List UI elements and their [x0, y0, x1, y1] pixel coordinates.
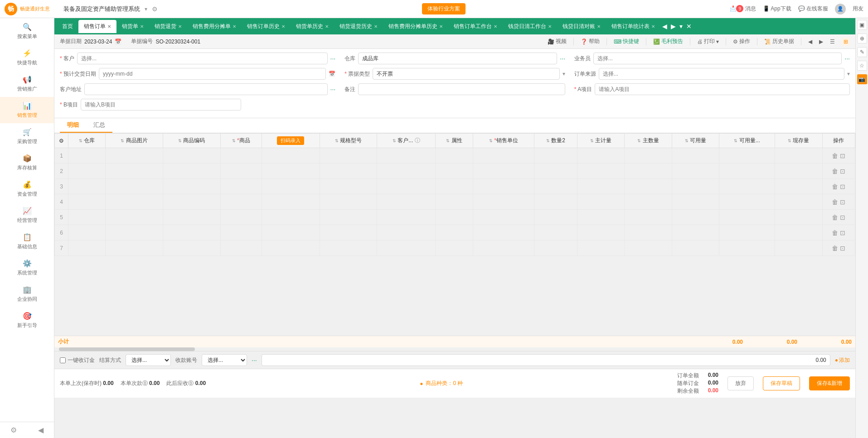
right-panel-icon-3[interactable]: ✎ — [857, 47, 867, 57]
row-1-product-code[interactable] — [163, 148, 220, 164]
row-7-stock[interactable] — [775, 241, 822, 256]
tab-sales-return-history[interactable]: 销货单历史 ✕ — [291, 20, 334, 33]
calendar-icon[interactable]: 📅 — [115, 39, 121, 45]
horizontal-scrollbar[interactable] — [54, 347, 855, 351]
tab-sales-return-history-close[interactable]: ✕ — [325, 24, 329, 29]
tab-prev-icon[interactable]: ◀ — [660, 23, 669, 30]
save-new-button[interactable]: 保存&新增 — [809, 376, 850, 390]
row-5-product-image[interactable] — [106, 210, 163, 225]
tab-sales-return[interactable]: 销货单 ✕ — [116, 20, 149, 33]
row-7-main-qty[interactable] — [625, 241, 672, 256]
row-1-main-unit[interactable] — [577, 148, 624, 164]
tab-sales-order-history[interactable]: 销售订单历史 ✕ — [242, 20, 291, 33]
row-5-main-unit[interactable] — [577, 210, 624, 225]
row-5-customer-code[interactable] — [377, 210, 436, 225]
row-4-main-qty[interactable] — [625, 194, 672, 210]
row-2-available[interactable] — [672, 164, 719, 179]
product-code-sort[interactable]: ⇅ — [178, 139, 182, 143]
tab-cash-daily-workbench[interactable]: 钱贷日清工作台 ✕ — [503, 20, 557, 33]
row-6-stock[interactable] — [775, 225, 822, 241]
row-4-stock[interactable] — [775, 194, 822, 210]
row-2-attributes[interactable] — [436, 164, 473, 179]
main-qty-sort[interactable]: ⇅ — [637, 139, 641, 143]
row-5-quantity2[interactable] — [534, 210, 577, 225]
salesperson-dots[interactable]: ··· — [844, 55, 850, 62]
toolbar-history[interactable]: 📜 历史单据 — [764, 38, 794, 45]
invoice-type-input[interactable] — [373, 68, 560, 80]
warehouse-sort[interactable]: ⇅ — [79, 139, 82, 143]
tab-sales-order-workbench-close[interactable]: ✕ — [494, 24, 497, 29]
row-4-quantity2[interactable] — [534, 194, 577, 210]
row-3-sales-unit[interactable] — [473, 179, 534, 194]
quantity2-sort[interactable]: ⇅ — [546, 139, 550, 143]
tab-home[interactable]: 首页 — [57, 20, 78, 33]
row-2-sales-unit[interactable] — [473, 164, 534, 179]
row-4-product[interactable] — [220, 194, 262, 210]
right-panel-icon-1[interactable]: ▣ — [857, 20, 867, 30]
row-2-warehouse[interactable] — [68, 164, 106, 179]
account-select[interactable]: 选择... — [202, 354, 247, 366]
payment-amount-input[interactable] — [262, 354, 830, 366]
tab-sales-refund[interactable]: 销货退货 ✕ — [149, 20, 187, 33]
add-payment-button[interactable]: ● 添加 — [835, 356, 850, 364]
toolbar-print[interactable]: 🖨 打印 ▾ — [697, 38, 719, 45]
tab-sales-stats[interactable]: 销售订单统计表 ✕ — [606, 20, 660, 33]
row-3-spec-type[interactable] — [320, 179, 377, 194]
solution-button[interactable]: 体验行业方案 — [422, 3, 466, 14]
row-7-sales-unit[interactable] — [473, 241, 534, 256]
row-1-attributes[interactable] — [436, 148, 473, 164]
row-7-attributes[interactable] — [436, 241, 473, 256]
row-2-stock[interactable] — [775, 164, 822, 179]
row-1-spec-type[interactable] — [320, 148, 377, 164]
sidebar-item-sales[interactable]: 📊 销售管理 — [0, 97, 54, 123]
toolbar-shortcut[interactable]: ⌨ 快捷键 — [614, 38, 639, 45]
sidebar-item-basicinfo[interactable]: 📋 基础信息 — [0, 228, 54, 255]
tab-cash-reconcile-close[interactable]: ✕ — [597, 24, 601, 29]
row-4-customer-code[interactable] — [377, 194, 436, 210]
toolbar-view-grid[interactable]: ⊞ — [842, 38, 850, 46]
customer-code-sort[interactable]: ⇅ — [393, 139, 396, 143]
row-5-delete-icon[interactable]: 🗑 — [832, 214, 838, 221]
row-4-copy-icon[interactable]: ⊡ — [840, 198, 845, 206]
delivery-date-input[interactable] — [99, 68, 326, 80]
row-7-copy-icon[interactable]: ⊡ — [840, 245, 845, 252]
tab-sales-return-close[interactable]: ✕ — [140, 24, 144, 29]
row-3-copy-icon[interactable]: ⊡ — [840, 183, 845, 190]
row-3-product-code[interactable] — [163, 179, 220, 194]
row-2-main-unit[interactable] — [577, 164, 624, 179]
row-1-available[interactable] — [672, 148, 719, 164]
tab-sales-fee-split-close[interactable]: ✕ — [233, 24, 236, 29]
row-1-quantity2[interactable] — [534, 148, 577, 164]
row-3-available[interactable] — [672, 179, 719, 194]
settings-icon[interactable]: ⚙ — [152, 5, 158, 13]
tab-more-icon[interactable]: ▾ — [678, 23, 684, 30]
sidebar-item-enterprise[interactable]: 🏢 企业协同 — [0, 281, 54, 307]
row-6-attributes[interactable] — [436, 225, 473, 241]
sidebar-item-finance[interactable]: 💰 资金管理 — [0, 176, 54, 202]
row-1-product-image[interactable] — [106, 148, 163, 164]
tab-sales-order-close[interactable]: ✕ — [107, 24, 111, 29]
row-3-warehouse[interactable] — [68, 179, 106, 194]
row-6-sales-unit[interactable] — [473, 225, 534, 241]
right-panel-icon-5[interactable]: 📷 — [857, 74, 867, 84]
table-container[interactable]: ⚙ ⇅ 仓库 ⇅ 商品图片 ⇅ 商品编码 ⇅ *商品 扫码录入 ⇅ 规格型号 ⇅… — [54, 133, 855, 336]
sidebar-item-search[interactable]: 🔍 搜索菜单 — [0, 18, 54, 44]
sidebar-item-operation[interactable]: 📈 经营管理 — [0, 202, 54, 228]
row-6-main-qty[interactable] — [625, 225, 672, 241]
row-2-spec-type[interactable] — [320, 164, 377, 179]
row-6-main-unit[interactable] — [577, 225, 624, 241]
row-2-main-qty[interactable] — [625, 164, 672, 179]
row-2-delete-icon[interactable]: 🗑 — [832, 168, 838, 175]
app-download[interactable]: 📱 App下载 — [763, 5, 791, 13]
save-draft-button[interactable]: 保存草稿 — [763, 376, 800, 390]
sidebar-item-purchase[interactable]: 🛒 采购管理 — [0, 123, 54, 149]
row-6-available[interactable] — [672, 225, 719, 241]
project-b-input[interactable] — [81, 99, 241, 111]
row-7-customer-code[interactable] — [377, 241, 436, 256]
customer-address-input[interactable] — [84, 83, 328, 95]
row-7-available[interactable] — [672, 241, 719, 256]
row-6-delete-icon[interactable]: 🗑 — [832, 229, 838, 236]
quick-order-check[interactable] — [60, 357, 66, 363]
row-1-stock[interactable] — [775, 148, 822, 164]
row-1-available2[interactable] — [719, 148, 775, 164]
